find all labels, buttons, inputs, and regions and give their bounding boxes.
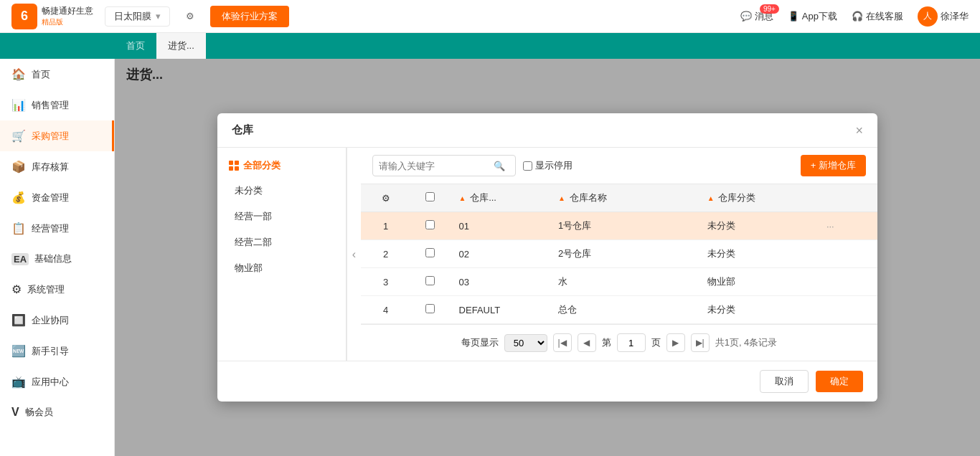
- settings-icon[interactable]: ⚙: [382, 193, 390, 204]
- dialog-header: 仓库 ×: [217, 113, 877, 148]
- user-profile-button[interactable]: 人 徐泽华: [918, 6, 969, 27]
- cancel-button[interactable]: 取消: [760, 370, 809, 393]
- sidebar-item-home-label: 首页: [32, 68, 50, 81]
- warehouse-table: ⚙ ▲ 仓库...: [361, 184, 877, 324]
- table-row[interactable]: 1 01 1号仓库 未分类 ···: [361, 212, 877, 240]
- sidebar: 🏠 首页 📊 销售管理 🛒 采购管理 📦 库存核算 💰 资金管理 📋 经营管理 …: [0, 59, 115, 456]
- per-page-select[interactable]: 50 100: [504, 334, 547, 352]
- cell-category: 未分类: [699, 296, 818, 324]
- table-header-row: ⚙ ▲ 仓库...: [361, 184, 877, 212]
- app-logo-icon: 6: [11, 4, 37, 29]
- confirm-button[interactable]: 确定: [816, 371, 863, 392]
- category-item-ops1[interactable]: 经营一部: [217, 204, 346, 229]
- category-item-ops2[interactable]: 经营二部: [217, 229, 346, 255]
- all-categories-item[interactable]: 全部分类: [217, 153, 346, 178]
- category-item-property[interactable]: 物业部: [217, 255, 346, 281]
- row-checkbox-0[interactable]: [425, 220, 435, 229]
- first-page-button[interactable]: |◀: [553, 333, 572, 352]
- industry-solution-button[interactable]: 体验行业方案: [210, 6, 289, 27]
- cell-name: 1号仓库: [550, 212, 699, 240]
- tab-purchase[interactable]: 进货...: [156, 33, 206, 59]
- sidebar-item-guide[interactable]: 🆕 新手引导: [0, 336, 114, 366]
- th-category-label: 仓库分类: [718, 192, 755, 203]
- store-name: 日太阳膜: [114, 10, 151, 23]
- category-item-unclassified[interactable]: 未分类: [217, 178, 346, 204]
- show-disabled-checkbox-label[interactable]: 显示停用: [523, 159, 573, 172]
- sidebar-item-system[interactable]: ⚙ 系统管理: [0, 274, 114, 305]
- sidebar-item-apps-label: 应用中心: [32, 376, 69, 389]
- app-download-button[interactable]: 📱 App下载: [788, 10, 837, 23]
- cell-actions: [818, 268, 877, 296]
- sort-icon: ▲: [459, 194, 466, 202]
- message-icon: 💬: [740, 11, 752, 22]
- content-toolbar: 🔍 显示停用 + 新增仓库: [361, 148, 877, 184]
- message-badge: 99+: [760, 4, 779, 14]
- store-selector[interactable]: 日太阳膜 ▾: [105, 6, 170, 27]
- messages-button[interactable]: 💬 消息 99+: [740, 10, 773, 23]
- chevron-down-icon: ▾: [156, 11, 161, 22]
- tab-home[interactable]: 首页: [115, 33, 156, 59]
- tab-purchase-label: 进货...: [168, 39, 194, 52]
- new-warehouse-button[interactable]: + 新增仓库: [801, 155, 866, 176]
- row-checkbox-3[interactable]: [425, 304, 435, 313]
- cell-code: 03: [451, 268, 550, 296]
- dialog-overlay: 仓库 × 全部分类: [115, 59, 980, 456]
- sidebar-item-membership[interactable]: V 畅会员: [0, 397, 114, 427]
- collapse-panel-button[interactable]: ‹: [347, 148, 361, 361]
- search-input[interactable]: [379, 161, 494, 171]
- category-property-label: 物业部: [235, 262, 263, 273]
- sidebar-item-basic-info[interactable]: EA 基础信息: [0, 244, 114, 274]
- guide-icon: 🆕: [11, 344, 26, 358]
- next-page-button[interactable]: ▶: [666, 333, 685, 352]
- row-more-button[interactable]: ···: [826, 221, 834, 232]
- sidebar-item-finance[interactable]: 💰 资金管理: [0, 182, 114, 213]
- table-row[interactable]: 3 03 水 物业部: [361, 268, 877, 296]
- page-label: 页: [651, 336, 661, 349]
- cell-name: 水: [550, 268, 699, 296]
- gear-button[interactable]: ⚙: [179, 5, 202, 28]
- th-name-label: 仓库名称: [570, 192, 607, 203]
- table-row[interactable]: 2 02 2号仓库 未分类: [361, 240, 877, 268]
- search-box: 🔍: [372, 155, 516, 176]
- cell-checkbox[interactable]: [410, 240, 450, 268]
- sidebar-item-apps[interactable]: 📺 应用中心: [0, 366, 114, 397]
- basic-info-icon: EA: [11, 253, 29, 265]
- search-icon[interactable]: 🔍: [494, 161, 505, 171]
- header-right: 💬 消息 99+ 📱 App下载 🎧 在线客服 人 徐泽华: [740, 6, 969, 27]
- cell-checkbox[interactable]: [410, 212, 450, 240]
- cell-code: 02: [451, 240, 550, 268]
- row-checkbox-1[interactable]: [425, 248, 435, 257]
- row-checkbox-2[interactable]: [425, 276, 435, 285]
- category-ops1-label: 经营一部: [235, 211, 272, 222]
- cell-num: 1: [361, 212, 410, 240]
- sidebar-item-home[interactable]: 🏠 首页: [0, 59, 114, 90]
- dialog-footer: 取消 确定: [217, 361, 877, 402]
- dialog-close-button[interactable]: ×: [855, 124, 863, 137]
- brand-sub: 精品版: [42, 17, 93, 27]
- system-icon: ⚙: [11, 282, 22, 296]
- sidebar-item-inventory[interactable]: 📦 库存核算: [0, 151, 114, 182]
- sidebar-item-sales-label: 销售管理: [32, 99, 69, 112]
- chevron-left-icon: ‹: [352, 248, 356, 261]
- tab-home-label: 首页: [126, 39, 145, 52]
- select-all-checkbox[interactable]: [425, 192, 435, 201]
- sidebar-item-purchase[interactable]: 🛒 采购管理: [0, 120, 114, 151]
- enterprise-icon: 🔲: [11, 313, 26, 327]
- cell-actions: ···: [818, 212, 877, 240]
- sidebar-item-enterprise[interactable]: 🔲 企业协同: [0, 305, 114, 336]
- cell-checkbox[interactable]: [410, 296, 450, 324]
- cell-checkbox[interactable]: [410, 268, 450, 296]
- last-page-button[interactable]: ▶|: [691, 333, 710, 352]
- sidebar-item-sales[interactable]: 📊 销售管理: [0, 90, 114, 120]
- prev-page-button[interactable]: ◀: [578, 333, 596, 352]
- table-row[interactable]: 4 DEFAULT 总仓 未分类: [361, 296, 877, 324]
- cell-name: 总仓: [550, 296, 699, 324]
- page-number-input[interactable]: [617, 333, 646, 352]
- show-disabled-checkbox[interactable]: [523, 161, 532, 171]
- sidebar-item-operations[interactable]: 📋 经营管理: [0, 213, 114, 244]
- online-service-button[interactable]: 🎧 在线客服: [852, 10, 903, 23]
- sidebar-item-system-label: 系统管理: [27, 283, 65, 296]
- main-content: 进货... 仓库 ×: [115, 59, 980, 456]
- main-layout: 🏠 首页 📊 销售管理 🛒 采购管理 📦 库存核算 💰 资金管理 📋 经营管理 …: [0, 59, 980, 456]
- nav-tabs: 首页 进货...: [0, 33, 980, 59]
